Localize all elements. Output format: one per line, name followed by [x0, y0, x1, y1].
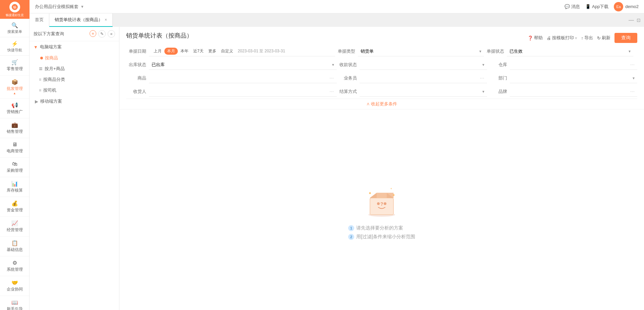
- tree-arrow-mobile: ▶: [35, 99, 38, 104]
- date-tab-last-month[interactable]: 上月: [152, 48, 164, 55]
- minimize-icon[interactable]: —: [629, 17, 634, 23]
- export-btn[interactable]: ↑ 导出: [581, 35, 593, 41]
- salesman-input[interactable]: ···: [360, 73, 487, 83]
- sidebar-item-ecommerce[interactable]: 🖥 电商管理: [0, 138, 29, 158]
- edit-scheme-btn[interactable]: ✎: [98, 30, 106, 38]
- export-label: 导出: [584, 35, 593, 41]
- empty-tip-1: 1 请先选择要分析的方案: [348, 225, 415, 231]
- filter-salesman: 业务员 ···: [337, 73, 487, 83]
- tab-home[interactable]: 首页: [30, 13, 49, 27]
- filter-receiver: 收货人 ···: [126, 87, 337, 97]
- left-panel: 按以下方案查询 + ✎ « ▼ 电脑端方案 按商品 𝌆 按月+商品: [30, 27, 119, 310]
- message-label: 消息: [571, 4, 580, 10]
- collapse-panel-btn[interactable]: «: [108, 30, 115, 38]
- industry-dropdown-icon[interactable]: ▾: [81, 4, 84, 9]
- receiver-dots: ···: [329, 89, 334, 95]
- payment-input[interactable]: ▾: [360, 87, 487, 97]
- tree-item-by-driver[interactable]: ≡ 按司机: [30, 85, 119, 96]
- filter-doc-type: 单据类型 销货单 ▾: [335, 46, 484, 56]
- user-name: demo2: [625, 4, 639, 9]
- filter-doc-status: 单据状态 已生效 ▾: [484, 46, 633, 56]
- quick-nav-item[interactable]: ⚡ 快捷导航: [0, 37, 29, 56]
- collapse-filter-btn[interactable]: ∧ 收起更多条件: [126, 99, 637, 109]
- dept-input[interactable]: ▾: [510, 73, 637, 83]
- print-btn[interactable]: 🖨 按模板打印 ▾: [547, 35, 577, 41]
- app-download-btn[interactable]: 📱 App下载: [585, 4, 608, 10]
- sidebar-logo[interactable]: 畅 畅捷通好生意: [0, 0, 30, 19]
- left-panel-header: 按以下方案查询 + ✎ «: [30, 27, 119, 41]
- sidebar-item-purchase[interactable]: 🛍 采购管理: [0, 158, 29, 177]
- app-download-label: App下载: [592, 4, 608, 10]
- tree-item-by-product[interactable]: 按商品: [30, 53, 119, 63]
- sidebar-item-guide[interactable]: 📖 新手引导: [0, 296, 29, 310]
- receiver-label: 收货人: [126, 89, 149, 95]
- date-filter-input[interactable]: 上月 本月 本年 近7天 更多 自定义 2023-03-01 至 2023-03…: [149, 46, 335, 56]
- product-input[interactable]: ···: [149, 73, 337, 83]
- sidebar-item-guide-label: 新手引导: [7, 306, 23, 310]
- date-tab-this-year[interactable]: 本年: [178, 48, 191, 55]
- date-tab-more[interactable]: 更多: [206, 48, 218, 55]
- help-btn[interactable]: ❓ 帮助: [528, 35, 543, 41]
- receipt-status-input[interactable]: ▾: [360, 60, 487, 70]
- tree-item-by-product-label: 按商品: [45, 55, 58, 61]
- sidebar-item-sales[interactable]: 💼 销售管理: [0, 118, 29, 138]
- date-tab-custom[interactable]: 自定义: [219, 48, 235, 55]
- date-tab-7days[interactable]: 近7天: [191, 48, 206, 55]
- payment-label: 结算方式: [337, 89, 360, 95]
- sidebar-item-company[interactable]: 🤝 企业协同: [0, 276, 29, 296]
- filter-area: 单据日期 上月 本月 本年 近7天 更多 自定义 2023-03-01 至 20…: [119, 43, 644, 109]
- message-icon: 💬: [565, 4, 570, 9]
- tab-window-controls: — ⊡: [625, 13, 644, 27]
- doc-status-input[interactable]: 已生效 ▾: [507, 46, 633, 56]
- search-menu-item[interactable]: 🔍 搜索菜单: [0, 19, 29, 37]
- warehouse-label: 仓库: [487, 62, 510, 68]
- maximize-icon[interactable]: ⊡: [637, 17, 641, 23]
- sales-icon: 💼: [11, 122, 18, 128]
- query-button[interactable]: 查询: [614, 33, 637, 43]
- tabs-spacer: [113, 13, 625, 27]
- tabs-bar: 首页 销货单统计表（按商品） × — ⊡: [30, 13, 644, 27]
- doc-type-label: 单据类型: [335, 48, 358, 54]
- add-scheme-btn[interactable]: +: [90, 30, 96, 37]
- quick-nav-label: 快捷导航: [7, 48, 22, 53]
- industry-label: 办公用品行业模拟账套: [35, 4, 78, 10]
- company-icon: 🤝: [11, 279, 18, 286]
- close-tab-btn[interactable]: ×: [105, 17, 107, 22]
- refresh-btn[interactable]: ↻ 刷新: [597, 35, 610, 41]
- sidebar-item-system[interactable]: ⚙ 系统管理: [0, 256, 29, 276]
- filter-row-3: 商品 ··· 业务员 ··· 部门: [126, 73, 637, 83]
- sidebar-item-basic[interactable]: 📋 基础信息: [0, 237, 29, 256]
- header-left: 办公用品行业模拟账套 ▾: [35, 4, 84, 10]
- filter-dept: 部门 ▾: [487, 73, 637, 83]
- tree-item-by-category[interactable]: ≡ 按商品分类: [30, 74, 119, 85]
- search-menu-label: 搜索菜单: [7, 29, 22, 34]
- svg-text:?: ?: [380, 201, 383, 207]
- tab-sales-stat[interactable]: 销货单统计表（按商品） ×: [49, 13, 113, 27]
- doc-status-arrow: ▾: [629, 49, 631, 54]
- tree-pc-group[interactable]: ▼ 电脑端方案: [30, 41, 119, 53]
- sidebar-item-operations[interactable]: 📈 经营管理: [0, 217, 29, 237]
- sidebar-item-basic-label: 基础信息: [7, 247, 23, 253]
- user-info[interactable]: Ea demo2: [614, 2, 639, 11]
- sidebar-item-marketing[interactable]: 📢 营销推广: [0, 99, 29, 118]
- receiver-input[interactable]: ···: [149, 87, 337, 97]
- doc-type-input[interactable]: 销货单 ▾: [358, 46, 484, 56]
- sidebar-item-finance[interactable]: 💰 资金管理: [0, 197, 29, 217]
- export-icon: ↑: [581, 36, 584, 41]
- receipt-status-label: 收款状态: [337, 62, 360, 68]
- svg-text:✦: ✦: [390, 187, 392, 190]
- product-dots: ···: [329, 75, 334, 81]
- brand-input[interactable]: ···: [510, 87, 637, 97]
- message-btn[interactable]: 💬 消息: [565, 4, 580, 10]
- dept-arrow: ▾: [633, 76, 635, 81]
- sidebar-item-retail[interactable]: 🛒 零售管理: [0, 56, 29, 75]
- sidebar-item-purchase-label: 采购管理: [7, 168, 23, 173]
- tree-item-by-month-product[interactable]: 𝌆 按月+商品: [30, 63, 119, 74]
- sidebar-item-inventory[interactable]: 📊 库存核算: [0, 177, 29, 197]
- sidebar-item-company-label: 企业协同: [7, 287, 23, 292]
- date-tab-this-month[interactable]: 本月: [164, 48, 178, 55]
- warehouse-input[interactable]: ···: [510, 60, 637, 70]
- sidebar-item-wholesale[interactable]: 📦 批发管理 ▲: [0, 75, 29, 99]
- out-status-input[interactable]: 已出库 ▾: [149, 60, 337, 70]
- tree-mobile-group[interactable]: ▶ 移动端方案: [30, 96, 119, 107]
